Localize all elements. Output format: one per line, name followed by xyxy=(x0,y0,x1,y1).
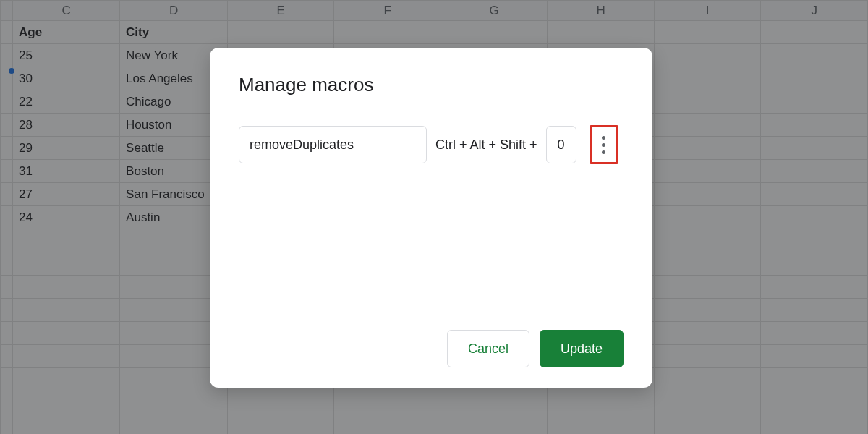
more-vertical-icon xyxy=(602,136,605,154)
macro-row: Ctrl + Alt + Shift + xyxy=(239,125,624,164)
shortcut-prefix-label: Ctrl + Alt + Shift + xyxy=(435,137,537,153)
shortcut-key-input[interactable] xyxy=(546,126,576,163)
update-button[interactable]: Update xyxy=(540,330,624,367)
manage-macros-dialog: Manage macros Ctrl + Alt + Shift + Cance… xyxy=(210,48,652,388)
macro-more-options-button[interactable] xyxy=(590,125,618,164)
dialog-footer: Cancel Update xyxy=(239,330,624,367)
dialog-title: Manage macros xyxy=(239,74,624,96)
cancel-button[interactable]: Cancel xyxy=(447,330,529,367)
macro-name-input[interactable] xyxy=(239,126,427,163)
